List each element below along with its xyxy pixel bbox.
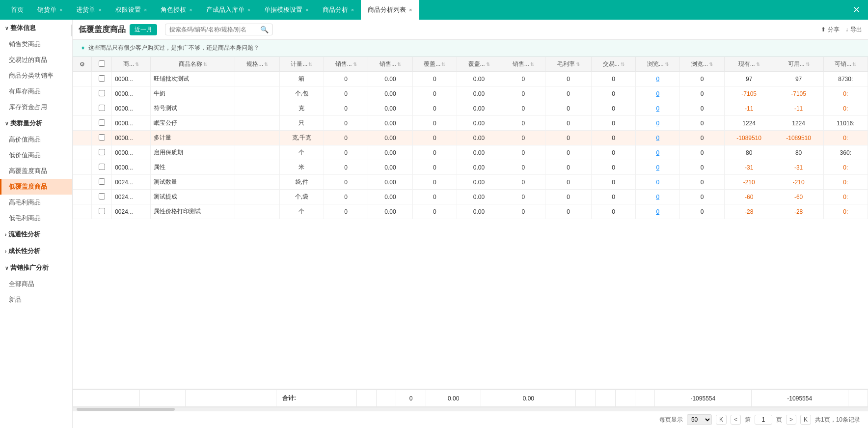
col-trade[interactable]: 交易...⇅ <box>591 57 635 72</box>
col-available-stock[interactable]: 可用...⇅ <box>774 57 823 72</box>
nav-item-permissions[interactable]: 权限设置 × <box>108 0 154 20</box>
row-checkbox[interactable] <box>92 145 112 160</box>
row-select-checkbox[interactable] <box>99 105 105 111</box>
sidebar-item-category-turnover[interactable]: 商品分类动销率 <box>0 68 72 84</box>
nav-item-analysis[interactable]: 商品分析 × <box>316 0 361 20</box>
row-settings[interactable] <box>73 160 92 175</box>
sidebar-item-all-goods[interactable]: 全部商品 <box>0 276 72 292</box>
row-settings[interactable] <box>73 116 92 131</box>
row-settings[interactable] <box>73 175 92 190</box>
row-checkbox[interactable] <box>92 86 112 101</box>
row-select-checkbox[interactable] <box>99 149 105 155</box>
sidebar-section-circulation[interactable]: › 流通性分析 <box>0 226 72 243</box>
sidebar-item-low-coverage[interactable]: 低覆盖度商品 <box>0 179 72 195</box>
row-settings[interactable] <box>73 204 92 219</box>
nav-item-inbound[interactable]: 产成品入库单 × <box>199 0 257 20</box>
col-sales2[interactable]: 销售...⇅ <box>501 57 545 72</box>
row-browse1[interactable]: 0 <box>636 175 680 190</box>
close-icon[interactable]: × <box>409 7 412 13</box>
row-browse1[interactable]: 0 <box>636 86 680 101</box>
sidebar-item-low-value[interactable]: 低价值商品 <box>0 147 72 163</box>
close-icon[interactable]: × <box>247 7 250 13</box>
col-current-stock[interactable]: 现有...⇅ <box>724 57 774 72</box>
sidebar-item-high-coverage[interactable]: 高覆盖度商品 <box>0 163 72 179</box>
row-checkbox[interactable] <box>92 116 112 131</box>
nav-item-home[interactable]: 首页 <box>4 0 30 20</box>
row-settings[interactable] <box>73 72 92 86</box>
col-name[interactable]: 商品名称⇅ <box>150 57 235 72</box>
close-icon[interactable]: × <box>98 7 101 13</box>
row-select-checkbox[interactable] <box>99 134 105 141</box>
nav-item-sales[interactable]: 销货单 × <box>30 0 69 20</box>
sidebar-item-high-margin[interactable]: 高毛利商品 <box>0 195 72 210</box>
col-checkbox[interactable] <box>92 57 112 72</box>
horizontal-scrollbar[interactable] <box>77 408 175 411</box>
select-all-checkbox[interactable] <box>99 60 105 67</box>
row-settings[interactable] <box>73 86 92 101</box>
col-sales-qty[interactable]: 销售...⇅ <box>324 57 368 72</box>
col-unit[interactable]: 计量...⇅ <box>279 57 324 72</box>
close-icon[interactable]: × <box>351 7 354 13</box>
col-browse2[interactable]: 浏览...⇅ <box>680 57 724 72</box>
row-select-checkbox[interactable] <box>99 90 105 96</box>
col-cover1[interactable]: 覆盖...⇅ <box>412 57 457 72</box>
row-browse1[interactable]: 0 <box>636 101 680 116</box>
col-settings[interactable]: ⚙ <box>73 57 92 72</box>
sidebar-item-new-goods[interactable]: 新品 <box>0 292 72 308</box>
row-checkbox[interactable] <box>92 190 112 204</box>
close-icon[interactable]: × <box>305 7 308 13</box>
period-button[interactable]: 近一月 <box>130 24 157 35</box>
row-browse1[interactable]: 0 <box>636 116 680 131</box>
sidebar-collapse-button[interactable]: « <box>71 25 73 36</box>
row-checkbox[interactable] <box>92 204 112 219</box>
row-select-checkbox[interactable] <box>99 208 105 214</box>
row-settings[interactable] <box>73 145 92 160</box>
sidebar-section-marketing[interactable]: ∨ 营销推广分析 <box>0 259 72 276</box>
row-checkbox[interactable] <box>92 160 112 175</box>
sidebar-item-sales-goods[interactable]: 销售类商品 <box>0 36 72 52</box>
row-browse1[interactable]: 0 <box>636 145 680 160</box>
prev-page-button[interactable]: < <box>731 415 741 425</box>
col-browse1[interactable]: 浏览...⇅ <box>636 57 680 72</box>
row-browse1[interactable]: 0 <box>636 131 680 145</box>
row-checkbox[interactable] <box>92 72 112 86</box>
nav-item-template[interactable]: 单据模板设置 × <box>257 0 315 20</box>
nav-item-analysis-list[interactable]: 商品分析列表 × <box>361 0 419 20</box>
col-spec[interactable]: 规格...⇅ <box>235 57 279 72</box>
row-browse1[interactable]: 0 <box>636 160 680 175</box>
search-icon[interactable]: 🔍 <box>260 26 269 33</box>
close-icon[interactable]: × <box>189 7 192 13</box>
sidebar-section-overall[interactable]: ∨ 整体信息 <box>0 20 72 36</box>
row-select-checkbox[interactable] <box>99 119 105 126</box>
sidebar-section-growth[interactable]: › 成长性分析 <box>0 243 72 259</box>
row-select-checkbox[interactable] <box>99 193 105 200</box>
window-close-button[interactable]: ✕ <box>849 4 864 15</box>
sidebar-item-low-margin[interactable]: 低毛利商品 <box>0 210 72 226</box>
sidebar-item-high-value[interactable]: 高价值商品 <box>0 132 72 147</box>
row-browse1[interactable]: 0 <box>636 190 680 204</box>
row-checkbox[interactable] <box>92 131 112 145</box>
page-input[interactable] <box>755 415 772 425</box>
col-gross-rate[interactable]: 毛利率⇅ <box>545 57 591 72</box>
row-select-checkbox[interactable] <box>99 178 105 185</box>
nav-item-purchase[interactable]: 进货单 × <box>69 0 108 20</box>
row-checkbox[interactable] <box>92 101 112 116</box>
sidebar-item-inventory-fund[interactable]: 库存资金占用 <box>0 99 72 115</box>
row-settings[interactable] <box>73 131 92 145</box>
col-cover2[interactable]: 覆盖...⇅ <box>457 57 501 72</box>
search-input[interactable] <box>169 26 260 33</box>
close-icon[interactable]: × <box>144 7 147 13</box>
nav-item-role[interactable]: 角色授权 × <box>154 0 199 20</box>
sidebar-section-cluster[interactable]: ∨ 类群量分析 <box>0 115 72 132</box>
export-button[interactable]: ↓ 导出 <box>845 26 862 34</box>
row-select-checkbox[interactable] <box>99 164 105 170</box>
next-page-button[interactable]: > <box>786 415 796 425</box>
share-button[interactable]: ⬆ 分享 <box>821 26 840 34</box>
row-settings[interactable] <box>73 101 92 116</box>
col-code[interactable]: 商...⇅ <box>112 57 151 72</box>
close-icon[interactable]: × <box>59 7 62 13</box>
sidebar-item-traded-goods[interactable]: 交易过的商品 <box>0 52 72 68</box>
last-page-button[interactable]: K <box>800 415 811 425</box>
row-checkbox[interactable] <box>92 175 112 190</box>
sidebar-item-in-stock[interactable]: 有库存商品 <box>0 84 72 99</box>
